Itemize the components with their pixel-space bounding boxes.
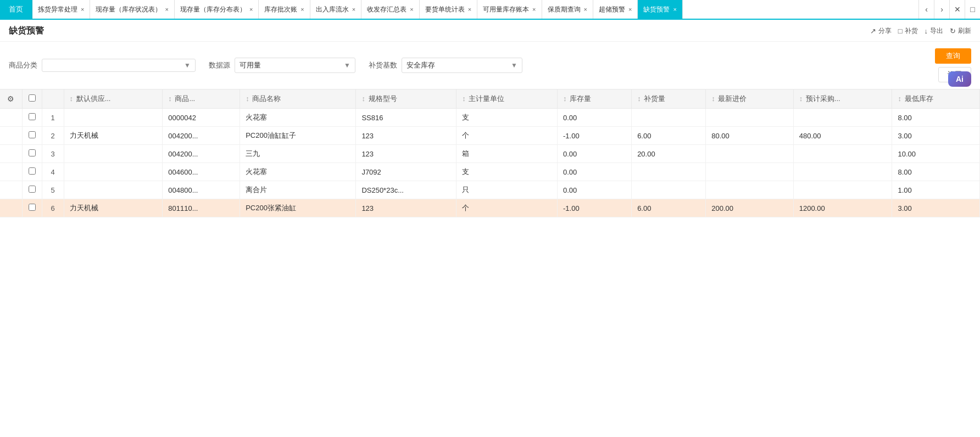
tab-demand-stats[interactable]: 要货单统计表 ×	[420, 0, 477, 19]
tab-inventory-dist[interactable]: 现存量（库存分布表） ×	[175, 0, 259, 19]
col-header-spec: ↕ 规格型号	[356, 89, 456, 109]
refresh-button[interactable]: ↻ 刷新	[950, 26, 971, 36]
row-replenish-qty	[632, 109, 706, 127]
data-source-select[interactable]: 可用量 ▼	[235, 58, 355, 73]
tab-abnormal[interactable]: 拣货异常处理 ×	[32, 0, 90, 19]
tab-fullscreen-button[interactable]: □	[965, 0, 980, 19]
row-checkbox-5[interactable]	[29, 204, 36, 211]
replenish-basis-select[interactable]: 安全库存 ▼	[402, 58, 522, 73]
tab-batch-account-close[interactable]: ×	[300, 6, 304, 13]
replenish-basis-label: 补货基数	[369, 60, 397, 70]
row-checkbox-3[interactable]	[29, 167, 36, 175]
tab-demand-stats-close[interactable]: ×	[468, 6, 471, 13]
tab-abnormal-close[interactable]: ×	[81, 6, 84, 13]
sort-latest-price-icon[interactable]: ↕	[711, 94, 715, 103]
tab-available-ledger-close[interactable]: ×	[532, 6, 536, 13]
row-latest-price: 200.00	[706, 199, 793, 217]
row-spec: DS250*23c...	[356, 181, 456, 199]
tab-inventory-status[interactable]: 现存量（库存状况表） ×	[90, 0, 174, 19]
row-spec: SS816	[356, 109, 456, 127]
tab-home-label: 首页	[9, 4, 23, 14]
sort-supplier-icon[interactable]: ↕	[70, 94, 74, 103]
tab-shortage-warning[interactable]: 缺货预警 ×	[638, 0, 682, 19]
tab-inout-flow-close[interactable]: ×	[352, 6, 355, 13]
sort-unit-icon[interactable]: ↕	[462, 94, 466, 103]
row-item-name: 火花塞	[240, 109, 356, 127]
select-all-checkbox[interactable]	[29, 94, 36, 102]
sort-min-stock-icon[interactable]: ↕	[898, 94, 901, 103]
row-min-stock: 8.00	[892, 109, 980, 127]
tab-scroll-left-button[interactable]: ‹	[918, 0, 934, 19]
tab-expiry-query[interactable]: 保质期查询 ×	[542, 0, 593, 19]
page-title: 缺货预警	[9, 25, 44, 37]
row-check-cell	[22, 163, 42, 181]
sort-stock-icon[interactable]: ↕	[563, 94, 567, 103]
row-check-cell	[22, 199, 42, 217]
row-check-cell	[22, 145, 42, 163]
row-num: 3	[42, 145, 64, 163]
sort-item-name-icon[interactable]: ↕	[246, 94, 249, 103]
row-unit: 箱	[456, 145, 558, 163]
share-icon: ↗	[870, 27, 876, 35]
row-checkbox-4[interactable]	[29, 186, 36, 193]
row-replenish-qty: 20.00	[632, 145, 706, 163]
row-unit: 个	[456, 127, 558, 145]
row-action-cell	[0, 163, 22, 181]
tab-nav-buttons: ‹ › ✕ □	[918, 0, 980, 19]
row-supplier	[64, 109, 163, 127]
row-est-purchase: 1200.00	[793, 199, 892, 217]
tab-available-ledger[interactable]: 可用量库存账本 ×	[477, 0, 542, 19]
refresh-icon: ↻	[950, 27, 956, 35]
share-label: 分享	[878, 26, 892, 36]
tab-overstock-warning-close[interactable]: ×	[628, 6, 632, 13]
ai-badge[interactable]: Ai	[948, 71, 971, 87]
export-button[interactable]: ↓ 导出	[925, 26, 944, 36]
category-dropdown-icon: ▼	[184, 61, 191, 69]
col-header-min-stock: ↕ 最低库存	[892, 89, 980, 109]
category-select[interactable]: ▼	[42, 59, 196, 72]
tab-receipt-summary[interactable]: 收发存汇总表 ×	[361, 0, 419, 19]
sort-replenish-qty-icon[interactable]: ↕	[637, 94, 641, 103]
gear-icon[interactable]: ⚙	[7, 94, 14, 103]
sort-spec-icon[interactable]: ↕	[361, 94, 365, 103]
row-latest-price	[706, 145, 793, 163]
tab-scroll-right-button[interactable]: ›	[934, 0, 949, 19]
refresh-label: 刷新	[958, 26, 971, 36]
row-checkbox-1[interactable]	[29, 131, 36, 138]
table-row: 2 力天机械 004200... PC200油缸缸子 123 个 -1.00 6…	[0, 127, 980, 145]
table-body: 1 0000042 火花塞 SS816 支 0.00 8.00 2 力天机械 0…	[0, 109, 980, 217]
row-item-name: 三九	[240, 145, 356, 163]
data-source-filter-group: 数据源 可用量 ▼	[209, 58, 355, 73]
row-supplier	[64, 163, 163, 181]
col-header-check	[22, 89, 42, 109]
tab-inout-flow[interactable]: 出入库流水 ×	[310, 0, 361, 19]
row-stock: 0.00	[558, 109, 632, 127]
row-item-code: 004800...	[163, 181, 240, 199]
share-button[interactable]: ↗ 分享	[870, 26, 892, 36]
row-stock: 0.00	[558, 163, 632, 181]
tab-batch-account[interactable]: 库存批次账 ×	[259, 0, 310, 19]
tab-inventory-status-close[interactable]: ×	[165, 6, 168, 13]
tab-expiry-query-close[interactable]: ×	[584, 6, 587, 13]
tab-shortage-warning-close[interactable]: ×	[673, 6, 676, 13]
tab-overstock-warning-label: 超储预警	[599, 5, 625, 14]
tab-overstock-warning[interactable]: 超储预警 ×	[593, 0, 638, 19]
col-header-latest-price: ↕ 最新进价	[706, 89, 793, 109]
data-source-select-value: 可用量	[240, 60, 344, 70]
tab-inventory-dist-close[interactable]: ×	[249, 6, 253, 13]
sort-item-code-icon[interactable]: ↕	[168, 94, 172, 103]
row-est-purchase	[793, 145, 892, 163]
row-est-purchase	[793, 109, 892, 127]
row-spec: J7092	[356, 163, 456, 181]
table-row: 5 004800... 离合片 DS250*23c... 只 0.00 1.00	[0, 181, 980, 199]
replenish-button[interactable]: □ 补货	[898, 26, 918, 36]
query-button[interactable]: 查询	[935, 48, 971, 64]
page-header: 缺货预警 ↗ 分享 □ 补货 ↓ 导出 ↻ 刷新	[0, 20, 980, 42]
sort-est-purchase-icon[interactable]: ↕	[799, 94, 803, 103]
row-checkbox-0[interactable]	[29, 113, 36, 120]
tab-home[interactable]: 首页	[0, 0, 32, 19]
row-checkbox-2[interactable]	[29, 149, 36, 156]
tab-receipt-summary-close[interactable]: ×	[410, 6, 413, 13]
tab-close-all-button[interactable]: ✕	[949, 0, 965, 19]
row-replenish-qty	[632, 163, 706, 181]
